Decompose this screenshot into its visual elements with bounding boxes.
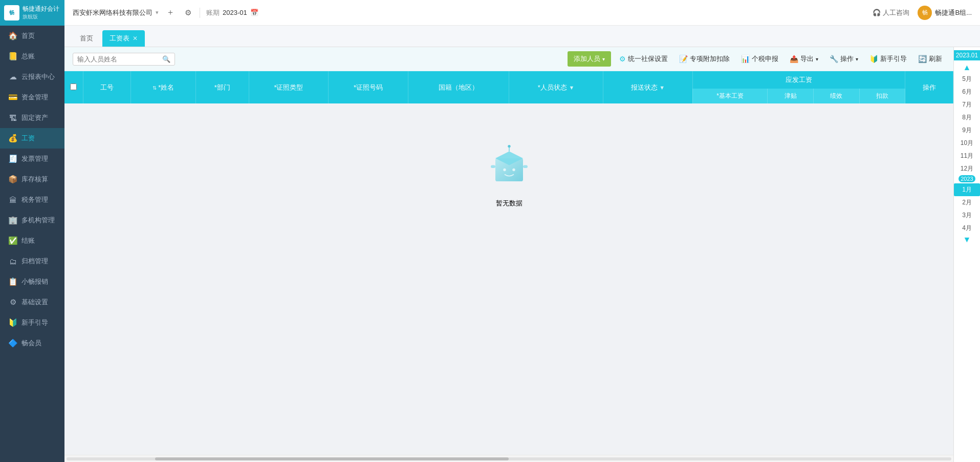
- add-person-button[interactable]: 添加人员 ▾: [568, 51, 611, 67]
- sidebar-item-cloud-report[interactable]: ☁ 云报表中心: [0, 67, 64, 87]
- right-panel: ✕ ⛶ 2023.01 ▲ 5月 6月 7月 8月 9月 10月: [953, 47, 980, 462]
- user-menu[interactable]: 畅 畅捷通B组...: [918, 6, 972, 20]
- topbar-divider: [200, 8, 200, 18]
- new-guide-label: 新手引导: [880, 54, 907, 64]
- sidebar-item-inventory[interactable]: 📦 库存核算: [0, 169, 64, 190]
- sidebar: 畅 畅捷通好会计 旗舰版 🏠 首页 📒 总账 ☁ 云报表中心 💳 资金管理 🏗 …: [0, 0, 64, 462]
- refresh-button[interactable]: 🔄 刷新: [915, 52, 945, 66]
- month-item-3[interactable]: 3月: [954, 209, 980, 222]
- main-area: 西安虾米网络科技有限公司 ▾ ＋ ⚙ 账期 2023-01 📅 🎧 人工咨询 畅…: [64, 0, 980, 462]
- sidebar-item-settle[interactable]: ✅ 结账: [0, 230, 64, 251]
- select-all-checkbox[interactable]: [70, 83, 77, 90]
- operations-button[interactable]: 🔧 操作 ▾: [826, 52, 861, 66]
- invoice-icon: 🧾: [8, 154, 17, 163]
- home-icon: 🏠: [8, 31, 17, 40]
- year-badge: 2023: [959, 175, 975, 182]
- th-allowance-label: 津贴: [785, 92, 797, 99]
- calendar-icon[interactable]: 📅: [250, 9, 258, 16]
- sidebar-item-invoice[interactable]: 🧾 发票管理: [0, 149, 64, 169]
- tab-close-icon[interactable]: ✕: [133, 35, 138, 41]
- month-item-11[interactable]: 11月: [954, 150, 980, 162]
- salary-icon: 💰: [8, 134, 17, 143]
- th-name-label: *姓名: [158, 83, 174, 91]
- ledger-icon: 📒: [8, 52, 17, 61]
- sidebar-item-expense[interactable]: 📋 小畅报销: [0, 271, 64, 292]
- operations-label: 操作: [840, 54, 854, 64]
- topbar: 西安虾米网络科技有限公司 ▾ ＋ ⚙ 账期 2023-01 📅 🎧 人工咨询 畅…: [64, 0, 980, 26]
- personal-tax-button[interactable]: 📊 个税申报: [738, 52, 781, 66]
- th-id-type: *证照类型: [249, 71, 329, 103]
- deduction-icon: 📝: [679, 55, 688, 63]
- settings-icon: ⚙: [8, 298, 17, 307]
- th-id-no: *证照号码: [329, 71, 408, 103]
- company-selector[interactable]: 西安虾米网络科技有限公司 ▾: [73, 8, 159, 17]
- sidebar-item-label: 库存核算: [21, 175, 48, 184]
- sidebar-item-guide[interactable]: 🔰 新手引导: [0, 312, 64, 333]
- month-nav-down-button[interactable]: ▼: [963, 235, 971, 245]
- social-settings-button[interactable]: ⚙ 统一社保设置: [616, 52, 671, 66]
- month-item-8[interactable]: 8月: [954, 111, 980, 124]
- sidebar-item-label: 归档管理: [21, 257, 48, 266]
- sidebar-item-multi-org[interactable]: 🏢 多机构管理: [0, 210, 64, 230]
- table-header-row1: 工号 ⇅ *姓名 *部门 *证照类型: [64, 71, 953, 89]
- month-item-7[interactable]: 7月: [954, 98, 980, 111]
- th-report-status-label: 报送状态: [631, 83, 658, 91]
- tab-salary-table[interactable]: 工资表 ✕: [102, 30, 145, 47]
- month-item-10[interactable]: 10月: [954, 137, 980, 150]
- th-checkbox[interactable]: [64, 71, 83, 103]
- sidebar-item-settings[interactable]: ⚙ 基础设置: [0, 292, 64, 312]
- export-icon: 📤: [790, 55, 798, 63]
- month-2-label: 2月: [962, 199, 972, 206]
- sidebar-item-fixed-assets[interactable]: 🏗 固定资产: [0, 108, 64, 128]
- salary-table: 工号 ⇅ *姓名 *部门 *证照类型: [64, 71, 953, 103]
- sidebar-item-label: 畅会员: [21, 339, 41, 348]
- month-item-5[interactable]: 5月: [954, 73, 980, 86]
- report-status-filter-icon[interactable]: ▼: [659, 85, 665, 91]
- sidebar-item-fund[interactable]: 💳 资金管理: [0, 87, 64, 108]
- month-item-2[interactable]: 2月: [954, 196, 980, 209]
- month-item-6[interactable]: 6月: [954, 86, 980, 98]
- search-input[interactable]: [77, 55, 159, 63]
- sidebar-item-label: 首页: [21, 31, 35, 40]
- status-filter-icon[interactable]: ▼: [569, 85, 574, 91]
- expense-icon: 📋: [8, 277, 17, 286]
- th-basic-salary-label: *基本工资: [716, 92, 744, 99]
- export-chevron-icon: ▾: [816, 56, 818, 62]
- empty-state: 暂无数据: [64, 103, 953, 249]
- sidebar-item-salary[interactable]: 💰 工资: [0, 128, 64, 149]
- sidebar-item-archive[interactable]: 🗂 归档管理: [0, 251, 64, 271]
- settings-button[interactable]: ⚙: [182, 7, 193, 18]
- content-row: 🔍 添加人员 ▾ ⚙ 统一社保设置 📝 专项附加扣除: [64, 47, 980, 462]
- export-button[interactable]: 📤 导出 ▾: [787, 52, 821, 66]
- month-7-label: 7月: [962, 101, 972, 108]
- table-container: 🔍 添加人员 ▾ ⚙ 统一社保设置 📝 专项附加扣除: [64, 47, 953, 462]
- toolbar: 🔍 添加人员 ▾ ⚙ 统一社保设置 📝 专项附加扣除: [64, 47, 953, 71]
- toolbar-right: 添加人员 ▾ ⚙ 统一社保设置 📝 专项附加扣除 📊 个税申报: [568, 51, 945, 67]
- sidebar-item-ledger[interactable]: 📒 总账: [0, 46, 64, 67]
- scrollbar-area[interactable]: [64, 455, 953, 462]
- sort-icon: ⇅: [153, 85, 157, 91]
- svg-point-2: [503, 169, 506, 171]
- service-button[interactable]: 🎧 人工咨询: [873, 8, 909, 17]
- th-country: 国籍（地区）: [408, 71, 509, 103]
- operations-icon: 🔧: [830, 55, 838, 63]
- month-5-label: 5月: [962, 75, 972, 82]
- add-company-button[interactable]: ＋: [165, 7, 176, 18]
- sidebar-item-label: 税务管理: [21, 195, 48, 204]
- sidebar-item-tax[interactable]: 🏛 税务管理: [0, 190, 64, 210]
- th-deduction-label: 扣款: [876, 92, 888, 99]
- special-deduction-button[interactable]: 📝 专项附加扣除: [676, 52, 733, 66]
- new-guide-button[interactable]: 🔰 新手引导: [866, 52, 910, 66]
- month-3-label: 3月: [962, 212, 972, 219]
- month-nav-up-button[interactable]: ▲: [963, 62, 971, 73]
- month-item-4[interactable]: 4月: [954, 222, 980, 235]
- tab-home[interactable]: 首页: [73, 30, 100, 47]
- sidebar-item-home[interactable]: 🏠 首页: [0, 26, 64, 46]
- month-item-1-active[interactable]: 1月: [954, 183, 980, 196]
- month-item-9[interactable]: 9月: [954, 124, 980, 137]
- logo-text-block: 畅捷通好会计 旗舰版: [23, 5, 59, 20]
- sidebar-item-member[interactable]: 🔷 畅会员: [0, 333, 64, 353]
- sidebar-item-label: 发票管理: [21, 154, 48, 163]
- month-item-12[interactable]: 12月: [954, 162, 980, 175]
- guide-icon: 🔰: [8, 318, 17, 327]
